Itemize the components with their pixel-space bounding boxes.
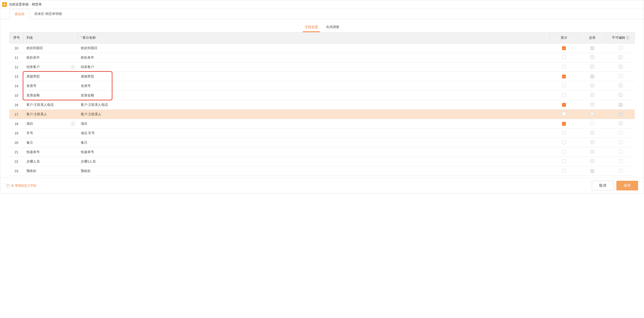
cell-required (578, 128, 606, 138)
app-container: 当前设置单据：销货单 表头区表体区-销货单明细 字段设置布局调整 序号 列名 *… (0, 0, 644, 194)
cell-readonly (606, 138, 635, 148)
row-display-name[interactable]: 结算客户 (78, 62, 550, 72)
col-header-show: 显示 (550, 32, 578, 44)
checkbox (590, 159, 594, 163)
row-display-name[interactable]: 客户.主联系人电话 (78, 100, 550, 110)
cell-show (550, 44, 578, 53)
col-header-display: *显示名称 (78, 32, 550, 44)
cell-show (550, 166, 578, 176)
checkbox[interactable] (562, 131, 566, 135)
row-display-name[interactable]: 备注 (78, 138, 550, 148)
row-display-name[interactable]: 收款条件 (78, 53, 550, 62)
checkbox (619, 112, 622, 116)
checkbox (619, 122, 622, 125)
checkbox[interactable] (562, 103, 566, 107)
tab-表头区[interactable]: 表头区 (10, 9, 30, 19)
checkbox[interactable] (562, 140, 566, 144)
checkbox (619, 84, 622, 88)
checkbox[interactable] (562, 46, 566, 50)
checkbox[interactable] (619, 150, 622, 154)
row-column-name: 步骤人员 (24, 157, 78, 166)
row-display-name[interactable]: 收款到期日 (78, 44, 550, 53)
table-row: 22步骤人员步骤1人员 (10, 157, 635, 166)
checkbox[interactable] (619, 169, 622, 172)
row-display-name[interactable]: 项目.车号 (78, 128, 550, 138)
checkbox[interactable] (562, 65, 566, 68)
required-star-icon: * (81, 36, 82, 40)
cell-readonly (606, 166, 635, 176)
header-title: 当前设置单据：销货单 (9, 2, 42, 6)
checkbox (590, 55, 594, 59)
checkbox[interactable] (562, 122, 566, 126)
checkbox (590, 140, 594, 144)
plus-icon[interactable]: + (71, 65, 75, 69)
checkbox[interactable] (619, 159, 622, 163)
checkbox[interactable] (562, 84, 566, 88)
table-row: 10收款到期日收款到期日 (10, 44, 635, 53)
checkbox[interactable] (562, 55, 566, 59)
table-row: 14发票号发票号 (10, 81, 635, 91)
cell-readonly (606, 53, 635, 62)
checkbox[interactable] (562, 112, 566, 116)
table-row: 16客户.主联系人电话客户.主联系人电话 (10, 100, 635, 110)
checkbox (590, 84, 594, 88)
cell-required (578, 148, 606, 157)
cell-readonly (606, 100, 635, 110)
row-index: 15 (10, 91, 24, 100)
plus-icon[interactable]: + (71, 122, 75, 126)
cell-required (578, 138, 606, 148)
row-display-name[interactable]: 客户.主联系人 (78, 110, 550, 119)
row-column-name: 结算客户+ (24, 62, 78, 72)
checkbox[interactable] (619, 74, 622, 78)
cancel-button[interactable]: 取消 (592, 181, 614, 190)
checkbox (590, 93, 594, 97)
row-display-name[interactable]: 项目 (78, 119, 550, 128)
checkbox[interactable] (562, 75, 566, 78)
cell-show (550, 119, 578, 128)
table-row: 17客户.主联系人客户.主联系人 (10, 110, 635, 119)
cell-show (550, 100, 578, 110)
row-column-name: 收款条件 (24, 53, 78, 62)
sub-tab-字段设置[interactable]: 字段设置 (304, 24, 318, 32)
row-display-name[interactable]: 预收款 (78, 166, 550, 176)
row-column-name: 车号 (24, 128, 78, 138)
checkbox[interactable] (562, 159, 566, 163)
checkbox[interactable] (562, 93, 566, 97)
cell-readonly (606, 128, 635, 138)
col-header-display-text: 显示名称 (82, 36, 96, 40)
manage-custom-fields-link[interactable]: ⚙ 管理自定义字段 (11, 184, 36, 188)
row-display-name[interactable]: 票据类型 (78, 72, 550, 81)
checkbox[interactable] (562, 150, 566, 154)
help-icon[interactable]: ? (6, 184, 10, 188)
row-display-name[interactable]: 步骤1人员 (78, 157, 550, 166)
cell-readonly (606, 81, 635, 91)
checkbox[interactable] (619, 46, 622, 50)
cell-show (550, 62, 578, 72)
row-display-name[interactable]: 发票号 (78, 81, 550, 91)
cell-required (578, 157, 606, 166)
checkbox (619, 55, 622, 59)
header-doc-name: 销货单 (32, 2, 42, 6)
cell-readonly (606, 110, 635, 119)
table-row: 15发票金额发票金额 (10, 91, 635, 100)
help-icon[interactable]: ? (626, 36, 629, 40)
col-header-name: 列名 (24, 32, 78, 44)
checkbox[interactable] (562, 169, 566, 172)
row-column-name: 备注 (24, 138, 78, 148)
save-button[interactable]: 保存 (616, 181, 638, 190)
row-display-name[interactable]: 发票金额 (78, 91, 550, 100)
row-display-name[interactable]: 快递单号 (78, 148, 550, 157)
sub-tab-布局调整[interactable]: 布局调整 (326, 24, 340, 32)
header-strip: 当前设置单据：销货单 (0, 0, 644, 9)
expand-panel-button[interactable] (2, 2, 7, 7)
checkbox[interactable] (619, 131, 622, 135)
cell-required (578, 100, 606, 110)
cell-show (550, 138, 578, 148)
col-header-required: 必录 (578, 32, 606, 44)
checkbox[interactable] (590, 122, 594, 125)
checkbox (590, 75, 594, 78)
tab-表体区-销货单明细[interactable]: 表体区-销货单明细 (30, 9, 66, 19)
checkbox[interactable] (619, 140, 622, 144)
table-wrapper: 序号 列名 *显示名称 显示 必录 不可编辑? 10收款到期日收款到期日11收款… (0, 32, 644, 176)
table-row: 12结算客户+结算客户 (10, 62, 635, 72)
